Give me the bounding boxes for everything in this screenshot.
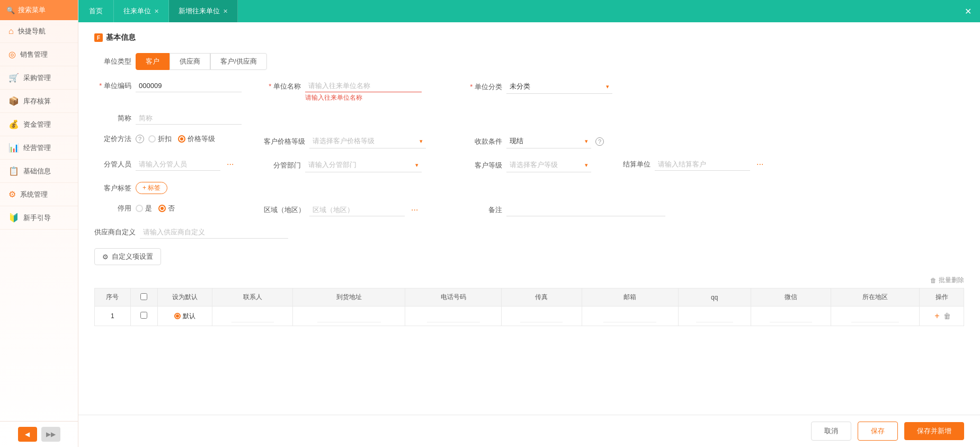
- remarks-input[interactable]: [506, 204, 665, 216]
- col-email: 邮箱: [582, 288, 678, 306]
- unit-code-label: 单位编码: [94, 81, 131, 91]
- region-more-btn[interactable]: ···: [409, 205, 420, 215]
- pricing-radio-group: 折扣 价格等级: [148, 134, 215, 144]
- unit-code-input[interactable]: [136, 80, 242, 92]
- customer-price-select[interactable]: 请选择客户价格等级 ▾: [309, 134, 426, 148]
- tab-home[interactable]: 首页: [78, 0, 114, 22]
- dept-select[interactable]: 请输入分管部门 ▾: [305, 158, 422, 172]
- default-label: 默认: [183, 312, 195, 321]
- search-menu-button[interactable]: 🔍 搜索菜单: [0, 0, 78, 20]
- system-label: 系统管理: [20, 190, 48, 199]
- sidebar-item-basic-info[interactable]: 📋 基础信息: [0, 160, 78, 183]
- payment-terms-select[interactable]: 现结 ▾: [506, 134, 591, 148]
- wechat-input[interactable]: [770, 310, 812, 322]
- dept-group: 分管部门 请输入分管部门 ▾: [264, 158, 465, 172]
- region-label: 区域（地区）: [264, 205, 305, 215]
- address-input[interactable]: [317, 310, 381, 322]
- sidebar-item-guide[interactable]: 🔰 新手引导: [0, 206, 78, 230]
- fax-input[interactable]: [520, 310, 563, 322]
- qq-input[interactable]: [696, 310, 733, 322]
- row-add-btn[interactable]: +: [934, 311, 939, 320]
- sidebar-item-purchase[interactable]: 🛒 采购管理: [0, 66, 78, 90]
- customer-tag-group: 客户标签 + 标签: [94, 182, 964, 194]
- sidebar-item-operations[interactable]: 📊 经营管理: [0, 136, 78, 160]
- default-radio-circle[interactable]: [174, 313, 181, 319]
- sidebar-item-system[interactable]: ⚙ 系统管理: [0, 183, 78, 206]
- col-wechat: 微信: [751, 288, 831, 306]
- custom-settings-button[interactable]: ⚙ 自定义项设置: [94, 248, 161, 265]
- quick-nav-label: 快捷导航: [18, 27, 46, 36]
- unit-name-input[interactable]: [305, 80, 422, 92]
- remarks-group: 备注: [465, 204, 964, 216]
- short-name-input[interactable]: [136, 112, 242, 125]
- pricing-radio-discount[interactable]: 折扣: [148, 134, 172, 144]
- tab-contacts-close[interactable]: ✕: [154, 8, 159, 15]
- finance-icon: 💰: [8, 119, 19, 129]
- save-button[interactable]: 保存: [858, 422, 898, 441]
- row-checkbox-input[interactable]: [140, 312, 147, 319]
- disabled-label: 停用: [94, 204, 131, 213]
- short-name-label: 简称: [94, 113, 131, 123]
- phone-input[interactable]: [427, 310, 480, 322]
- unit-btn-both[interactable]: 客户/供应商: [210, 53, 267, 70]
- pricing-help-icon[interactable]: ?: [136, 135, 144, 143]
- basic-info-icon: 📋: [8, 166, 19, 176]
- payment-terms-help-icon[interactable]: ?: [595, 137, 604, 146]
- sidebar-collapse-btn[interactable]: ◀: [18, 427, 37, 442]
- batch-delete-button[interactable]: 🗑 批量删除: [930, 276, 964, 285]
- disabled-yes[interactable]: 是: [136, 204, 152, 213]
- payment-terms-group: 收款条件 现结 ▾ ?: [465, 134, 613, 148]
- customer-level-group: 客户等级 请选择客户等级 ▾: [465, 158, 613, 172]
- settlement-more-btn[interactable]: ···: [754, 160, 765, 169]
- settlement-input[interactable]: [655, 158, 750, 171]
- supervisor-input[interactable]: [136, 158, 220, 171]
- contact-input[interactable]: [231, 310, 274, 322]
- sidebar-item-finance[interactable]: 💰 资金管理: [0, 113, 78, 136]
- row-address: [293, 306, 405, 326]
- tab-home-label: 首页: [89, 6, 103, 16]
- pricing-radio-level[interactable]: 价格等级: [178, 134, 215, 144]
- unit-category-value: 未分类: [510, 82, 530, 91]
- unit-btn-customer[interactable]: 客户: [136, 53, 170, 70]
- supplier-custom-input[interactable]: [140, 226, 288, 239]
- supervisor-more-btn[interactable]: ···: [225, 160, 236, 169]
- unit-type-group: 单位类型 客户 供应商 客户/供应商: [94, 53, 964, 70]
- unit-btn-supplier[interactable]: 供应商: [170, 53, 210, 70]
- unit-category-label: 单位分类: [465, 82, 502, 92]
- row-default: 默认: [157, 306, 212, 326]
- region-input[interactable]: [309, 204, 405, 216]
- cancel-button[interactable]: 取消: [811, 422, 851, 441]
- select-all-checkbox[interactable]: [140, 293, 147, 300]
- row-delete-btn[interactable]: 🗑: [943, 312, 951, 320]
- tab-contacts[interactable]: 往来单位 ✕: [114, 0, 169, 22]
- sales-label: 销售管理: [20, 50, 48, 59]
- purchase-label: 采购管理: [23, 73, 51, 83]
- tab-new-contact-close[interactable]: ✕: [223, 8, 228, 15]
- disabled-no-label: 否: [168, 204, 175, 213]
- add-tag-button[interactable]: + 标签: [136, 182, 167, 194]
- sidebar-item-sales[interactable]: ◎ 销售管理: [0, 43, 78, 66]
- customer-level-chevron: ▾: [585, 162, 588, 169]
- sidebar-item-inventory[interactable]: 📦 库存核算: [0, 90, 78, 113]
- col-fax: 传真: [502, 288, 582, 306]
- customer-level-select[interactable]: 请选择客户等级 ▾: [506, 158, 591, 172]
- settlement-label: 结算单位: [613, 160, 651, 169]
- sidebar: 🔍 搜索菜单 ⌂ 快捷导航 ◎ 销售管理 🛒 采购管理 📦 库存核算 💰 资金管…: [0, 0, 78, 447]
- pricing-radio-discount-circle: [148, 135, 156, 143]
- email-input[interactable]: [603, 310, 656, 322]
- area-input[interactable]: [851, 310, 899, 322]
- col-action: 操作: [920, 288, 964, 306]
- close-all-tabs-button[interactable]: ✕: [956, 6, 980, 16]
- customer-price-chevron: ▾: [420, 138, 423, 145]
- tab-new-contact[interactable]: 新增往来单位 ✕: [169, 0, 238, 22]
- disabled-no[interactable]: 否: [158, 204, 175, 213]
- contacts-table: 序号 设为默认 联系人 到货地址 电话号码 传真 邮箱 qq 微信 所在地区 操…: [94, 288, 964, 326]
- sidebar-expand-btn[interactable]: ▶▶: [41, 427, 60, 442]
- operations-icon: 📊: [8, 143, 19, 153]
- sidebar-item-quick-nav[interactable]: ⌂ 快捷导航: [0, 20, 78, 43]
- row-no: 1: [95, 306, 131, 326]
- supplier-custom-group: 供应商自定义: [94, 226, 964, 239]
- col-no: 序号: [95, 288, 131, 306]
- unit-category-select[interactable]: 未分类 ▾: [506, 80, 612, 94]
- save-new-button[interactable]: 保存并新增: [904, 422, 964, 440]
